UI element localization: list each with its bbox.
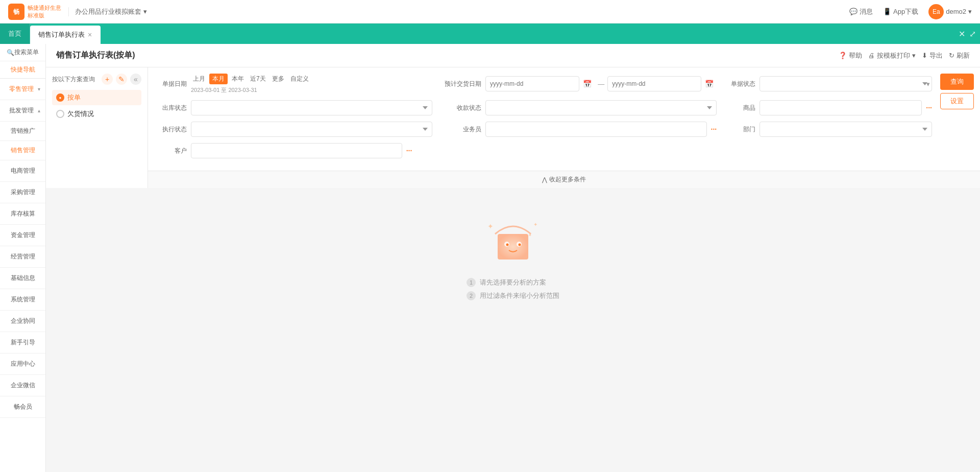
sidebar-item-purchase[interactable]: 采购管理 <box>0 182 45 203</box>
table-area: ✦ ✦ ✦ 1 请先选择要分析的方案 2 用过滤条件来缩小分析范围 <box>46 188 980 321</box>
export-icon: ⬇ <box>922 52 927 59</box>
customer-more-button[interactable]: ··· <box>406 147 412 155</box>
scheme-item-anshan[interactable]: ● 按单 <box>52 90 141 105</box>
empty-state: ✦ ✦ ✦ 1 请先选择要分析的方案 2 用过滤条件来缩小分析范围 <box>467 208 559 300</box>
salesperson-input[interactable] <box>485 122 706 137</box>
date-tab-7days[interactable]: 近7天 <box>248 74 268 84</box>
sidebar-item-search[interactable]: 🔍 搜索菜单 <box>0 44 45 61</box>
tab-bar: 首页 销售订单执行表 × ✕ ⤢ <box>0 23 980 44</box>
sidebar-item-sales[interactable]: 销售管理 <box>0 141 45 160</box>
bill-status-label: 单据状态 <box>725 80 755 88</box>
goods-more-button[interactable]: ··· <box>926 104 932 112</box>
date-tab-custom[interactable]: 自定义 <box>288 74 311 84</box>
close-icon[interactable]: × <box>88 31 92 39</box>
collapse-filter-button[interactable]: ⋀ 收起更多条件 <box>148 171 980 188</box>
calendar-icon[interactable]: 📅 <box>705 80 714 88</box>
sidebar-item-inventory[interactable]: 库存核算 <box>0 203 45 225</box>
filter-field-dept: 部门 <box>725 122 932 137</box>
sidebar-item-corp[interactable]: 企业协同 <box>0 311 45 332</box>
expected-date-start-wrap: 📅 <box>485 76 595 91</box>
sidebar-item-wholesale[interactable]: 批发管理 ▴ <box>0 100 45 122</box>
sidebar-item-ecom[interactable]: 电商管理 <box>0 160 45 182</box>
date-tab-this-year[interactable]: 本年 <box>230 74 246 84</box>
logo-icon: 畅 <box>8 4 24 20</box>
query-button[interactable]: 查询 <box>940 74 974 90</box>
sidebar-item-marketing[interactable]: 营销推广 <box>0 122 45 141</box>
sidebar-item-corpwechat[interactable]: 企业微信 <box>0 375 45 396</box>
salesperson-more-button[interactable]: ··· <box>711 125 717 133</box>
help-icon: ❓ <box>839 52 847 59</box>
sidebar-item-appcenter[interactable]: 应用中心 <box>0 353 45 375</box>
svg-text:✦: ✦ <box>487 222 494 230</box>
expected-date-end[interactable] <box>607 76 701 91</box>
exec-status-select[interactable] <box>191 122 432 137</box>
scheme-panel: 按以下方案查询 + ✎ « <box>46 67 148 188</box>
tab-home[interactable]: 首页 <box>0 23 30 44</box>
message-button[interactable]: 💬 消息 <box>849 7 873 16</box>
settings-button[interactable]: 设置 <box>940 93 974 109</box>
goods-input[interactable] <box>760 100 922 115</box>
sidebar-item-retail[interactable]: 零售管理 ▾ <box>0 79 45 100</box>
filter-field-billstatus: 单据状态 ▾ <box>725 76 932 91</box>
close-window-button[interactable]: ✕ <box>959 29 965 39</box>
export-button[interactable]: ⬇ 导出 <box>922 51 943 60</box>
chevron-down-icon: ▾ <box>912 52 916 59</box>
maximize-button[interactable]: ⤢ <box>969 29 976 39</box>
refresh-button[interactable]: ↻ 刷新 <box>949 51 970 60</box>
tip-num-2: 2 <box>467 291 476 300</box>
top-bar-right: 💬 消息 📱 App下载 Ea demo2 ▾ <box>849 4 972 19</box>
page-selector[interactable]: 办公用品行业模拟账套 ▾ <box>68 7 147 16</box>
empty-tips: 1 请先选择要分析的方案 2 用过滤条件来缩小分析范围 <box>467 278 559 300</box>
filter-field-outstatus: 出库状态 <box>156 100 432 115</box>
page-title: 销售订单执行表(按单) <box>56 50 135 61</box>
sidebar-item-quicknav[interactable]: 快捷导航 <box>0 61 45 79</box>
out-status-select[interactable] <box>191 100 432 115</box>
dept-select[interactable] <box>760 122 932 137</box>
filter-field-customer: 客户 ··· <box>156 143 412 158</box>
sidebar-item-finance[interactable]: 资金管理 <box>0 225 45 246</box>
scheme-panel-header: 按以下方案查询 + ✎ « <box>52 74 141 85</box>
bill-status-select[interactable] <box>760 76 932 91</box>
expected-date-start[interactable] <box>485 76 579 91</box>
app-download-button[interactable]: 📱 App下载 <box>883 7 918 16</box>
download-icon: 📱 <box>883 8 891 15</box>
sidebar-item-system[interactable]: 系统管理 <box>0 289 45 311</box>
app-container: 畅 畅捷通好生意 标准版 办公用品行业模拟账套 ▾ 💬 消息 📱 App下载 <box>0 0 980 472</box>
add-scheme-button[interactable]: + <box>102 74 113 85</box>
message-icon: 💬 <box>849 8 857 15</box>
filter-row-3: 执行状态 业务员 <box>156 122 932 137</box>
collapse-scheme-button[interactable]: « <box>130 74 141 85</box>
date-tab-last-month[interactable]: 上月 <box>191 74 207 84</box>
scheme-item-qiankuan[interactable]: 欠货情况 <box>52 106 141 122</box>
date-tab-more[interactable]: 更多 <box>270 74 286 84</box>
print-button[interactable]: 🖨 按模板打印 ▾ <box>868 51 916 60</box>
sidebar-item-newbie[interactable]: 新手引导 <box>0 332 45 353</box>
date-tab-this-month[interactable]: 本月 <box>209 74 228 84</box>
dept-select-wrap <box>760 122 932 137</box>
filter-field-execstatus: 执行状态 <box>156 122 432 137</box>
date-tabs: 上月 本月 本年 近7天 更多 自定义 <box>191 74 432 84</box>
collect-status-label: 收款状态 <box>440 104 481 112</box>
help-button[interactable]: ❓ 帮助 <box>839 51 862 60</box>
goods-label: 商品 <box>725 104 755 112</box>
sidebar-item-ops[interactable]: 经营管理 <box>0 246 45 268</box>
filter-row-2: 出库状态 收款状态 <box>156 100 932 115</box>
sidebar-item-member[interactable]: 畅会员 <box>0 396 45 418</box>
chevron-icon: ▴ <box>38 108 40 113</box>
svg-point-6 <box>519 244 521 246</box>
expected-date-range: 📅 — 📅 <box>485 76 717 91</box>
tab-sales-order[interactable]: 销售订单执行表 × <box>30 26 101 44</box>
tab-bar-actions: ✕ ⤢ <box>959 23 980 44</box>
calendar-icon[interactable]: 📅 <box>583 80 592 88</box>
filter-field-goods: 商品 ··· <box>725 100 932 115</box>
edit-scheme-button[interactable]: ✎ <box>116 74 127 85</box>
filter-row-4: 客户 ··· <box>156 143 932 158</box>
out-status-label: 出库状态 <box>156 104 187 112</box>
bill-date-label: 单据日期 <box>156 80 187 88</box>
collect-status-select[interactable] <box>485 100 717 115</box>
sidebar-item-basic[interactable]: 基础信息 <box>0 268 45 289</box>
salesperson-label: 业务员 <box>440 125 481 134</box>
chevron-down-icon: ▾ <box>968 8 972 15</box>
customer-input[interactable] <box>191 143 402 158</box>
user-menu[interactable]: Ea demo2 ▾ <box>928 4 972 19</box>
